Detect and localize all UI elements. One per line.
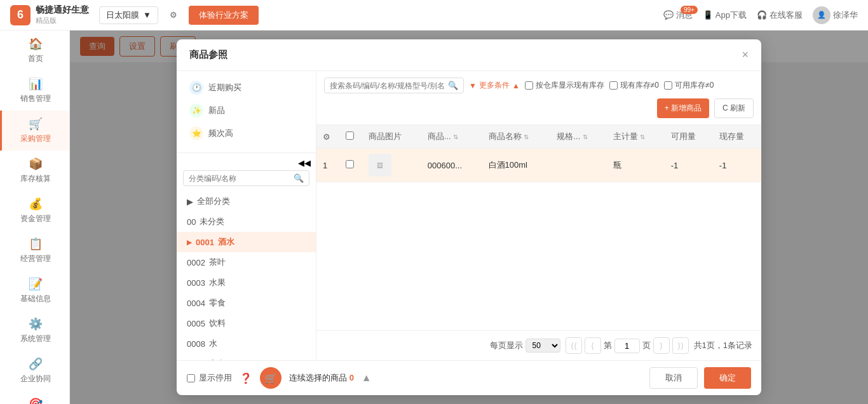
- add-product-button[interactable]: + 新增商品: [657, 98, 709, 118]
- product-search-box: 🔍: [324, 77, 464, 93]
- th-code[interactable]: 商品... ⇅: [421, 125, 482, 149]
- sidebar-item-basic-info[interactable]: 📝 基础信息: [0, 271, 69, 311]
- td-image: 🖼: [362, 149, 421, 182]
- cat-item-code: 0004: [187, 299, 205, 308]
- th-checkbox: [339, 125, 362, 149]
- category-search-icon[interactable]: 🔍: [294, 173, 304, 183]
- select-all-checkbox[interactable]: [346, 131, 354, 140]
- collapse-button[interactable]: ◀◀: [177, 156, 316, 170]
- warehouse-stock-label: 按仓库显示现有库存: [536, 80, 604, 91]
- th-unit[interactable]: 主计量 ⇅: [607, 125, 665, 149]
- td-checkbox: [339, 149, 362, 182]
- show-disabled-check[interactable]: [187, 374, 195, 382]
- cat-item-label: 未分类: [200, 216, 224, 227]
- cat-item-all[interactable]: ▶ 全部分类: [177, 191, 316, 212]
- messages-nav-item[interactable]: 💬 消息 99+: [663, 10, 693, 21]
- sidebar-item-finance[interactable]: 💰 资金管理: [0, 191, 69, 231]
- sidebar: 🏠 首页 📊 销售管理 🛒 采购管理 📦 库存核算 💰 资金管理 📋 经营管理 …: [0, 30, 70, 404]
- available-stock-checkbox[interactable]: 可用库存≠0: [664, 80, 714, 91]
- available-stock-label: 可用库存≠0: [675, 80, 714, 91]
- cat-item-water[interactable]: 0008 水: [177, 333, 316, 354]
- th-settings[interactable]: ⚙: [316, 125, 339, 149]
- store-select-label: 日太阳膜: [106, 10, 139, 21]
- cat-item-code: 0002: [187, 258, 205, 267]
- show-disabled-checkbox[interactable]: 显示停用: [187, 372, 232, 384]
- quick-nav-recent[interactable]: 🕐 近期购买: [184, 76, 308, 99]
- system-icon: ⚙️: [29, 317, 43, 331]
- sidebar-item-home[interactable]: 🏠 首页: [0, 30, 69, 71]
- category-search-box: 🔍: [183, 170, 309, 186]
- cancel-button[interactable]: 取消: [649, 367, 698, 389]
- cat-item-tea[interactable]: 0002 茶叶: [177, 252, 316, 273]
- th-spec[interactable]: 规格... ⇅: [550, 125, 606, 149]
- category-search-input[interactable]: [189, 174, 291, 183]
- message-badge: 99+: [681, 6, 698, 14]
- app-name: 畅捷通好生意: [36, 4, 89, 16]
- modal-close-button[interactable]: ×: [742, 48, 749, 62]
- nav-divider: [177, 152, 316, 153]
- warehouse-stock-check[interactable]: [525, 81, 533, 90]
- cat-item-appliance[interactable]: 0010 家电: [177, 354, 316, 360]
- filter-label: 更多条件: [479, 80, 510, 91]
- refresh-button[interactable]: C 刷新: [714, 98, 754, 118]
- sidebar-item-system[interactable]: ⚙️ 系统管理: [0, 311, 69, 351]
- basic-info-icon: 📝: [29, 277, 43, 291]
- cat-item-liquor[interactable]: ▶ 0001 酒水: [177, 232, 316, 252]
- cat-item-snack[interactable]: 0004 零食: [177, 293, 316, 313]
- available-stock-check[interactable]: [664, 81, 672, 90]
- page-number-input[interactable]: [614, 339, 640, 353]
- sidebar-item-operations[interactable]: 📋 经营管理: [0, 231, 69, 271]
- modal-header: 商品参照 ×: [177, 39, 761, 71]
- next-page-button[interactable]: ⟩: [653, 337, 670, 354]
- sidebar-item-guide[interactable]: 🎯 新手引导: [0, 391, 69, 404]
- online-service-nav-item[interactable]: 🎧 在线客服: [757, 10, 803, 21]
- first-page-button[interactable]: ⟨⟨: [566, 337, 582, 354]
- prev-page-button[interactable]: ⟨: [585, 337, 601, 354]
- cat-item-beverage[interactable]: 0005 饮料: [177, 313, 316, 333]
- selected-label: 连续选择的商品: [289, 373, 347, 382]
- warehouse-stock-checkbox[interactable]: 按仓库显示现有库存: [525, 80, 604, 91]
- count-badge: 0: [349, 373, 354, 382]
- th-unit-label: 主计量: [613, 131, 638, 141]
- cat-item-uncategorized[interactable]: 00 未分类: [177, 212, 316, 232]
- sort-icon-unit: ⇅: [640, 133, 645, 140]
- last-page-button[interactable]: ⟩⟩: [672, 337, 689, 354]
- th-name[interactable]: 商品名称 ⇅: [482, 125, 551, 149]
- modal-footer: 显示停用 ❓ 🛒 连续选择的商品 0 ▲ 取消 确定: [177, 360, 761, 395]
- td-num: 1: [316, 149, 339, 182]
- trial-button[interactable]: 体验行业方案: [189, 6, 259, 25]
- sidebar-item-purchase[interactable]: 🛒 采购管理: [0, 111, 69, 151]
- cat-item-fruit[interactable]: 0003 水果: [177, 273, 316, 293]
- quick-nav-frequent[interactable]: ⭐ 频次高: [184, 122, 308, 145]
- modal-right-panel: 🔍 ▼ 更多条件 ▲ 按仓库显示现有库存: [316, 71, 761, 360]
- settings-icon[interactable]: ⚙: [163, 5, 184, 25]
- quick-nav-new[interactable]: ✨ 新品: [184, 99, 308, 122]
- search-icon[interactable]: 🔍: [448, 81, 458, 90]
- cart-button[interactable]: 🛒: [260, 367, 281, 389]
- sort-icon-spec: ⇅: [583, 133, 588, 140]
- help-icon[interactable]: ❓: [240, 372, 252, 384]
- selected-count: 连续选择的商品 0: [289, 372, 354, 384]
- quick-nav-new-label: 新品: [208, 105, 225, 116]
- more-filter-button[interactable]: ▼ 更多条件 ▲: [469, 80, 520, 91]
- cat-item-code: 0008: [187, 339, 205, 349]
- page-size-select[interactable]: 50 100 200: [526, 339, 560, 353]
- row-checkbox[interactable]: [346, 160, 354, 168]
- user-avatar: 👤: [813, 6, 831, 24]
- sidebar-item-collab[interactable]: 🔗 企业协同: [0, 351, 69, 391]
- table-row[interactable]: 1 🖼 000600... 白酒100ml: [316, 149, 761, 182]
- current-stock-check[interactable]: [609, 81, 618, 90]
- sidebar-item-inventory[interactable]: 📦 库存核算: [0, 151, 69, 191]
- current-stock-checkbox[interactable]: 现有库存≠0: [609, 80, 659, 91]
- current-stock-label: 现有库存≠0: [620, 80, 659, 91]
- sidebar-item-sales[interactable]: 📊 销售管理: [0, 71, 69, 111]
- collapse-footer-button[interactable]: ▲: [362, 372, 372, 384]
- modal-title: 商品参照: [189, 49, 227, 61]
- home-icon: 🏠: [29, 37, 43, 51]
- user-nav-item[interactable]: 👤 徐泽华: [813, 6, 858, 24]
- confirm-button[interactable]: 确定: [704, 367, 751, 389]
- product-search-input[interactable]: [330, 81, 445, 90]
- app-download-nav-item[interactable]: 📱 App下载: [703, 10, 747, 21]
- main-layout: 🏠 首页 📊 销售管理 🛒 采购管理 📦 库存核算 💰 资金管理 📋 经营管理 …: [0, 30, 868, 404]
- store-select[interactable]: 日太阳膜 ▼: [99, 6, 158, 24]
